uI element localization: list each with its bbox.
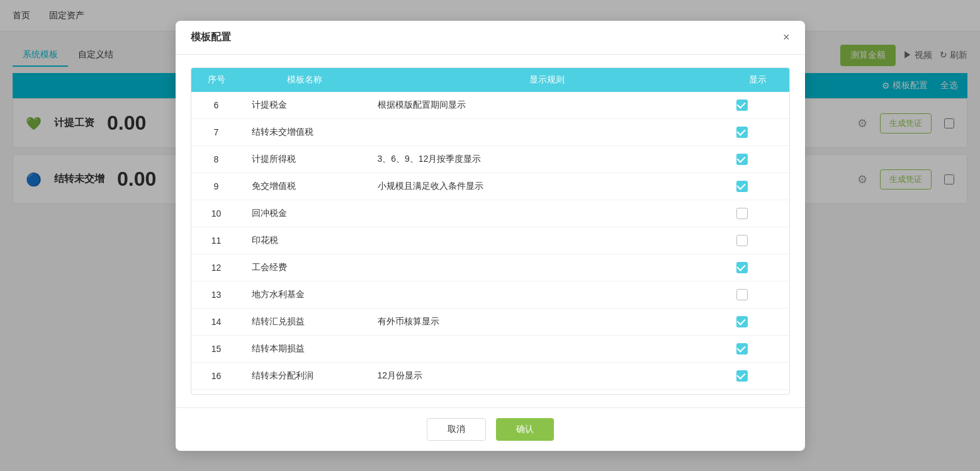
checkbox-5[interactable] xyxy=(736,235,748,246)
table-header-row: 序号 模板名称 显示规则 显示 xyxy=(191,68,789,92)
cell-name-6: 工会经费 xyxy=(242,254,368,281)
modal-body: 序号 模板名称 显示规则 显示 6计提税金根据模版配置期间显示7结转未交增值税8… xyxy=(176,55,805,407)
cell-rule-7 xyxy=(368,281,726,308)
table-row: 15结转本期损益 xyxy=(191,335,789,362)
checkbox-1[interactable] xyxy=(736,127,748,138)
cell-seq-1: 7 xyxy=(191,118,242,145)
cell-seq-6: 12 xyxy=(191,254,242,281)
cell-rule-4 xyxy=(368,200,726,227)
checkbox-9[interactable] xyxy=(736,343,748,355)
table-container[interactable]: 序号 模板名称 显示规则 显示 6计提税金根据模版配置期间显示7结转未交增值税8… xyxy=(191,67,790,395)
cell-show-9[interactable] xyxy=(726,335,789,362)
cell-rule-9 xyxy=(368,335,726,362)
cell-seq-9: 15 xyxy=(191,335,242,362)
modal-header: 模板配置 × xyxy=(176,21,805,55)
th-rule: 显示规则 xyxy=(368,68,726,92)
cell-name-0: 计提税金 xyxy=(242,92,368,119)
checkbox-8[interactable] xyxy=(736,316,748,327)
cell-rule-6 xyxy=(368,254,726,281)
checkbox-10[interactable] xyxy=(736,370,748,382)
table-row: 16结转未分配利润12月份显示 xyxy=(191,362,789,389)
cell-rule-3: 小规模且满足收入条件显示 xyxy=(368,173,726,200)
th-seq: 序号 xyxy=(191,68,242,92)
cell-seq-8: 14 xyxy=(191,308,242,335)
table-row: 9免交增值税小规模且满足收入条件显示 xyxy=(191,173,789,200)
cell-show-3[interactable] xyxy=(726,173,789,200)
cell-name-9: 结转本期损益 xyxy=(242,335,368,362)
cell-seq-0: 6 xyxy=(191,92,242,119)
confirm-button[interactable]: 确认 xyxy=(496,418,554,441)
cell-seq-5: 11 xyxy=(191,227,242,254)
close-icon[interactable]: × xyxy=(783,31,790,43)
cell-name-3: 免交增值税 xyxy=(242,173,368,200)
cell-show-7[interactable] xyxy=(726,281,789,308)
cell-name-2: 计提所得税 xyxy=(242,145,368,173)
cell-show-10[interactable] xyxy=(726,362,789,389)
cell-seq-2: 8 xyxy=(191,145,242,173)
cell-rule-1 xyxy=(368,118,726,145)
table-row: 12工会经费 xyxy=(191,254,789,281)
modal-template-config: 模板配置 × 序号 模板名称 显示规则 显示 6计提税金根据模版配置期间显 xyxy=(176,21,805,451)
cell-name-1: 结转未交增值税 xyxy=(242,118,368,145)
cell-seq-4: 10 xyxy=(191,200,242,227)
th-show: 显示 xyxy=(726,68,789,92)
cell-rule-10: 12月份显示 xyxy=(368,362,726,389)
cell-seq-7: 13 xyxy=(191,281,242,308)
table-row: 7结转未交增值税 xyxy=(191,118,789,145)
cell-name-10: 结转未分配利润 xyxy=(242,362,368,389)
config-table: 序号 模板名称 显示规则 显示 6计提税金根据模版配置期间显示7结转未交增值税8… xyxy=(191,68,789,390)
modal-overlay: 模板配置 × 序号 模板名称 显示规则 显示 6计提税金根据模版配置期间显 xyxy=(0,0,980,471)
table-row: 8计提所得税3、6、9、12月按季度显示 xyxy=(191,145,789,173)
modal-title: 模板配置 xyxy=(191,31,231,44)
cell-rule-5 xyxy=(368,227,726,254)
cell-show-0[interactable] xyxy=(726,92,789,119)
table-row: 13地方水利基金 xyxy=(191,281,789,308)
cell-show-6[interactable] xyxy=(726,254,789,281)
checkbox-6[interactable] xyxy=(736,262,748,273)
table-row: 11印花税 xyxy=(191,227,789,254)
cell-name-7: 地方水利基金 xyxy=(242,281,368,308)
cell-name-4: 回冲税金 xyxy=(242,200,368,227)
cell-show-1[interactable] xyxy=(726,118,789,145)
cell-seq-3: 9 xyxy=(191,173,242,200)
cell-name-5: 印花税 xyxy=(242,227,368,254)
cell-seq-10: 16 xyxy=(191,362,242,389)
cell-rule-8: 有外币核算显示 xyxy=(368,308,726,335)
checkbox-0[interactable] xyxy=(736,99,748,111)
th-name: 模板名称 xyxy=(242,68,368,92)
cell-show-5[interactable] xyxy=(726,227,789,254)
checkbox-2[interactable] xyxy=(736,154,748,165)
table-row: 14结转汇兑损益有外币核算显示 xyxy=(191,308,789,335)
checkbox-4[interactable] xyxy=(736,208,748,219)
cell-show-2[interactable] xyxy=(726,145,789,173)
cell-rule-2: 3、6、9、12月按季度显示 xyxy=(368,145,726,173)
checkbox-3[interactable] xyxy=(736,181,748,192)
cell-name-8: 结转汇兑损益 xyxy=(242,308,368,335)
table-row: 6计提税金根据模版配置期间显示 xyxy=(191,92,789,119)
cancel-button[interactable]: 取消 xyxy=(427,418,486,441)
checkbox-7[interactable] xyxy=(736,289,748,300)
cell-show-4[interactable] xyxy=(726,200,789,227)
cell-rule-0: 根据模版配置期间显示 xyxy=(368,92,726,119)
cell-show-8[interactable] xyxy=(726,308,789,335)
table-row: 10回冲税金 xyxy=(191,200,789,227)
modal-footer: 取消 确认 xyxy=(176,407,805,451)
